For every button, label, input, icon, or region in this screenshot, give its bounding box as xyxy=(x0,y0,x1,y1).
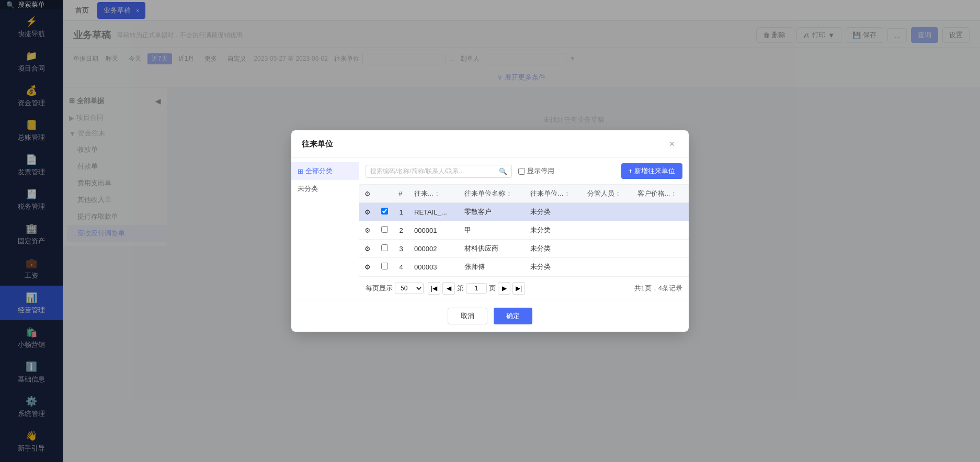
row-code: 000002 xyxy=(409,240,459,258)
col-name[interactable]: 往来单位名称 ↕ xyxy=(459,185,525,203)
add-partner-button[interactable]: + 新增往来单位 xyxy=(621,163,682,179)
row-name: 材料供应商 xyxy=(459,240,525,258)
row-price xyxy=(632,203,689,221)
modal-sidebar-all[interactable]: ⊞ 全部分类 xyxy=(291,162,359,180)
row-name: 甲 xyxy=(459,221,525,240)
search-box: 🔍 xyxy=(366,165,512,178)
modal-header: 往来单位 × xyxy=(291,130,689,158)
col-manager[interactable]: 分管人员 ↕ xyxy=(582,185,632,203)
row-checkbox[interactable] xyxy=(376,240,393,258)
partner-table: ⚙ # 往来... ↕ 往来单位名称 ↕ 往来单位... ↕ 分管人员 ↕ 客户… xyxy=(359,185,689,276)
row-name: 零散客户 xyxy=(459,203,525,221)
row-manager xyxy=(582,240,632,258)
modal-sidebar-unclassified[interactable]: 未分类 xyxy=(291,180,359,198)
row-check-input[interactable] xyxy=(381,226,388,233)
row-num: 1 xyxy=(393,203,409,221)
modal-body: ⊞ 全部分类 未分类 🔍 显示停用 xyxy=(291,158,689,300)
row-price xyxy=(632,221,689,240)
per-page-label: 每页显示 xyxy=(366,284,393,293)
row-manager xyxy=(582,221,632,240)
settings-icon: ⚙ xyxy=(364,263,371,271)
row-category: 未分类 xyxy=(525,203,582,221)
table-header-row: ⚙ # 往来... ↕ 往来单位名称 ↕ 往来单位... ↕ 分管人员 ↕ 客户… xyxy=(359,185,689,203)
show-disabled-label: 显示停用 xyxy=(527,166,554,176)
row-checkbox[interactable] xyxy=(376,221,393,240)
row-check-input[interactable] xyxy=(381,208,388,215)
col-code[interactable]: 往来... ↕ xyxy=(409,185,459,203)
row-checkbox[interactable] xyxy=(376,203,393,221)
col-category[interactable]: 往来单位... ↕ xyxy=(525,185,582,203)
col-settings[interactable]: ⚙ xyxy=(359,185,376,203)
settings-icon: ⚙ xyxy=(364,208,371,216)
row-category: 未分类 xyxy=(525,258,582,276)
row-check-input[interactable] xyxy=(381,263,388,269)
modal-title: 往来单位 xyxy=(302,139,333,149)
search-icon: 🔍 xyxy=(499,167,507,175)
row-code: RETAIL_... xyxy=(409,203,459,221)
page-word: 第 xyxy=(457,284,464,293)
col-check xyxy=(376,185,393,203)
first-page-btn[interactable]: |◀ xyxy=(428,282,440,295)
table-row[interactable]: ⚙ 2 000001 甲 未分类 xyxy=(359,221,689,240)
modal-toolbar: 🔍 显示停用 + 新增往来单位 xyxy=(359,158,689,185)
modal-overlay: 往来单位 × ⊞ 全部分类 未分类 🔍 xyxy=(0,0,980,462)
total-records: 共1页，4条记录 xyxy=(634,284,682,293)
add-partner-label: + 新增往来单位 xyxy=(629,166,675,176)
row-num: 2 xyxy=(393,221,409,240)
row-settings[interactable]: ⚙ xyxy=(359,221,376,240)
settings-icon: ⚙ xyxy=(364,245,371,253)
table-row[interactable]: ⚙ 1 RETAIL_... 零散客户 未分类 xyxy=(359,203,689,221)
row-settings[interactable]: ⚙ xyxy=(359,203,376,221)
row-settings[interactable]: ⚙ xyxy=(359,258,376,276)
modal-close-icon[interactable]: × xyxy=(666,138,678,150)
row-manager xyxy=(582,258,632,276)
row-check-input[interactable] xyxy=(381,244,388,251)
row-num: 3 xyxy=(393,240,409,258)
table-row[interactable]: ⚙ 3 000002 材料供应商 未分类 xyxy=(359,240,689,258)
per-page-dropdown[interactable]: 50 10 20 100 xyxy=(395,283,424,294)
row-code: 000003 xyxy=(409,258,459,276)
partner-table-wrap: ⚙ # 往来... ↕ 往来单位名称 ↕ 往来单位... ↕ 分管人员 ↕ 客户… xyxy=(359,185,689,276)
grid-icon: ⊞ xyxy=(298,167,303,175)
next-page-btn[interactable]: ▶ xyxy=(498,282,510,295)
page-nav: |◀ ◀ 第 页 ▶ ▶| xyxy=(428,282,525,295)
last-page-btn[interactable]: ▶| xyxy=(512,282,525,295)
row-checkbox[interactable] xyxy=(376,258,393,276)
page-label: 页 xyxy=(489,284,496,293)
show-disabled-checkbox[interactable]: 显示停用 xyxy=(518,166,554,176)
row-code: 000001 xyxy=(409,221,459,240)
modal-footer: 取消 确定 xyxy=(291,300,689,332)
confirm-button[interactable]: 确定 xyxy=(494,308,532,324)
row-manager xyxy=(582,203,632,221)
partner-modal: 往来单位 × ⊞ 全部分类 未分类 🔍 xyxy=(291,130,689,332)
row-num: 4 xyxy=(393,258,409,276)
cancel-button[interactable]: 取消 xyxy=(448,308,487,324)
col-price[interactable]: 客户价格... ↕ xyxy=(632,185,689,203)
pagination: 每页显示 50 10 20 100 |◀ ◀ 第 页 xyxy=(359,276,689,300)
page-size-select: 每页显示 50 10 20 100 xyxy=(366,283,424,294)
modal-sidebar-unclassified-label: 未分类 xyxy=(298,185,318,193)
row-price xyxy=(632,258,689,276)
page-number-input[interactable] xyxy=(466,283,487,294)
modal-sidebar: ⊞ 全部分类 未分类 xyxy=(291,158,359,300)
row-category: 未分类 xyxy=(525,240,582,258)
prev-page-btn[interactable]: ◀ xyxy=(442,282,455,295)
row-settings[interactable]: ⚙ xyxy=(359,240,376,258)
show-disabled-check[interactable] xyxy=(518,168,525,175)
partner-search-input[interactable] xyxy=(370,167,496,175)
col-num: # xyxy=(393,185,409,203)
modal-sidebar-all-label: 全部分类 xyxy=(305,166,333,176)
row-category: 未分类 xyxy=(525,221,582,240)
settings-icon: ⚙ xyxy=(364,227,371,234)
row-price xyxy=(632,240,689,258)
modal-main: 🔍 显示停用 + 新增往来单位 ⚙ xyxy=(359,158,689,300)
row-name: 张师傅 xyxy=(459,258,525,276)
table-row[interactable]: ⚙ 4 000003 张师傅 未分类 xyxy=(359,258,689,276)
partner-table-body: ⚙ 1 RETAIL_... 零散客户 未分类 ⚙ 2 000001 甲 未分类… xyxy=(359,203,689,276)
